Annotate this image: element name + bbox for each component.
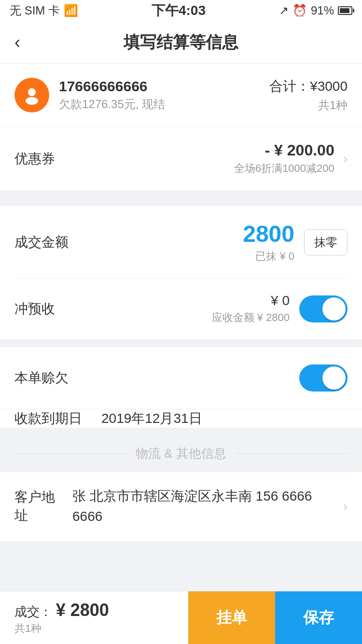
coupon-row[interactable]: 优惠券 - ¥ 200.00 全场6折满1000减200 ›: [0, 127, 362, 191]
debt-label: 本单赊欠: [14, 369, 69, 387]
customer-info-row: 17666666666 欠款1276.35元, 现结 合计：¥3000 共1种: [0, 64, 362, 127]
battery-icon: [338, 6, 352, 15]
bottom-bar: 成交： ¥ 2800 共1种 挂单 保存: [0, 591, 362, 644]
hold-button[interactable]: 挂单: [188, 591, 275, 644]
round-button[interactable]: 抹零: [304, 229, 348, 255]
logistics-line-right: [236, 453, 348, 454]
coupon-label: 优惠券: [14, 150, 55, 168]
customer-total: 合计：¥3000: [269, 77, 348, 96]
bottom-deal-label: 成交：: [14, 604, 52, 619]
avatar: [14, 78, 49, 112]
prepay-toggle[interactable]: [299, 295, 348, 322]
logistics-label: 物流 & 其他信息: [136, 445, 226, 462]
prepay-sub: 应收金额 ¥ 2800: [212, 310, 290, 325]
toggle-thumb: [322, 297, 346, 321]
debt-row: 本单赊欠: [14, 347, 348, 409]
svg-point-1: [26, 97, 38, 105]
wifi-icon: 📶: [64, 4, 78, 17]
bottom-amount: ¥ 2800: [56, 600, 109, 620]
debt-section: 本单赊欠: [0, 347, 362, 409]
transaction-label: 成交金额: [14, 233, 69, 252]
coupon-right: - ¥ 200.00 全场6折满1000减200 ›: [234, 141, 348, 176]
prepay-info: ¥ 0 应收金额 ¥ 2800: [212, 293, 290, 325]
customer-left: 17666666666 欠款1276.35元, 现结: [14, 78, 165, 112]
logistics-section: 物流 & 其他信息: [0, 435, 362, 472]
address-label: 客户地址: [14, 488, 63, 525]
coupon-chevron-icon: ›: [343, 151, 348, 167]
divider-3: [0, 428, 362, 435]
divider-1: [0, 198, 362, 206]
debt-toggle[interactable]: [299, 364, 348, 392]
bottom-count: 共1种: [14, 621, 174, 636]
alarm-icon: ⏰: [292, 4, 307, 17]
location-icon: ↗: [279, 4, 289, 17]
coupon-amount: - ¥ 200.00: [234, 141, 334, 159]
duedate-row: 收款到期日 2019年12月31日: [14, 409, 348, 428]
transaction-amount: 2800: [243, 221, 294, 247]
address-value: 张 北京市市辖区海淀区永丰南 156 6666 6666: [72, 486, 334, 527]
debt-toggle-thumb: [322, 366, 346, 390]
battery-percent: 91%: [311, 4, 334, 17]
bottom-deal-row: 成交： ¥ 2800: [14, 600, 174, 620]
divider-2: [0, 339, 362, 347]
logistics-line-left: [14, 453, 126, 454]
prepay-amount: ¥ 0: [212, 293, 290, 308]
svg-point-0: [28, 88, 36, 96]
prepay-right: ¥ 0 应收金额 ¥ 2800: [212, 293, 348, 325]
battery-fill: [340, 8, 349, 13]
back-button[interactable]: ‹: [14, 32, 43, 53]
prepay-row: 冲预收 ¥ 0 应收金额 ¥ 2800: [14, 279, 348, 339]
customer-right: 合计：¥3000 共1种: [269, 77, 348, 113]
address-section[interactable]: 客户地址 张 北京市市辖区海淀区永丰南 156 6666 6666 ›: [0, 472, 362, 541]
page-title: 填写结算等信息: [43, 31, 319, 54]
transaction-amount-row: 成交金额 2800 已抹 ¥ 0 抹零: [14, 206, 348, 279]
save-button[interactable]: 保存: [275, 591, 362, 644]
customer-info-text: 17666666666 欠款1276.35元, 现结: [59, 78, 165, 112]
duedate-label: 收款到期日: [14, 409, 82, 428]
duedate-value: 2019年12月31日: [101, 409, 202, 428]
no-sim-text: 无 SIM 卡: [10, 3, 60, 18]
duedate-section: 收款到期日 2019年12月31日: [0, 409, 362, 428]
status-left: 无 SIM 卡 📶: [10, 3, 78, 18]
status-right: ↗ ⏰ 91%: [279, 4, 352, 17]
amount-info: 2800 已抹 ¥ 0: [243, 221, 294, 264]
customer-section: 17666666666 欠款1276.35元, 现结 合计：¥3000 共1种 …: [0, 64, 362, 191]
nav-bar: ‹ 填写结算等信息: [0, 21, 362, 64]
customer-count: 共1种: [269, 98, 348, 113]
status-time: 下午4:03: [152, 1, 206, 20]
coupon-desc: 全场6折满1000减200: [234, 161, 334, 176]
coupon-info: - ¥ 200.00 全场6折满1000减200: [234, 141, 334, 176]
customer-subtext: 欠款1276.35元, 现结: [59, 97, 165, 112]
transaction-sub: 已抹 ¥ 0: [243, 249, 294, 264]
status-bar: 无 SIM 卡 📶 下午4:03 ↗ ⏰ 91%: [0, 0, 362, 21]
customer-phone: 17666666666: [59, 78, 165, 95]
transaction-section: 成交金额 2800 已抹 ¥ 0 抹零 冲预收 ¥ 0 应收金额 ¥ 2800: [0, 206, 362, 339]
transaction-right: 2800 已抹 ¥ 0 抹零: [243, 221, 348, 264]
bottom-info: 成交： ¥ 2800 共1种: [0, 591, 188, 644]
prepay-label: 冲预收: [14, 300, 55, 318]
address-chevron-icon: ›: [343, 499, 348, 514]
